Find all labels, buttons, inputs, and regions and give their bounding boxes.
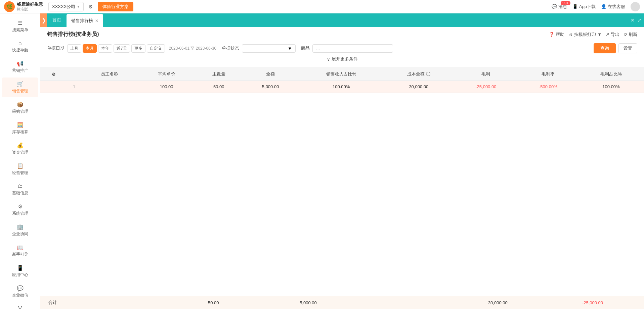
sidebar-item-label: 营销推广 — [12, 68, 28, 73]
member-icon: V — [18, 306, 22, 309]
table-header-row: ⚙ 员工名称 平均单价 主数量 全额 销售收入占比% 成本全额 ⓘ 毛利 毛利率 — [40, 68, 644, 81]
footer-amount: 5,000.00 — [261, 300, 355, 305]
status-filter-label: 单据状态 — [222, 45, 239, 51]
date-filter-item: 单据日期 上月 本月 本月 本年 近7天 更多 自定义 2023-06-01 至… — [47, 44, 216, 53]
settings-icon[interactable]: ⚙ — [86, 2, 95, 11]
online-service-button[interactable]: 👤 在线客服 — [601, 4, 625, 10]
sidebar-item-label: 采购管理 — [12, 109, 28, 114]
tab-expand-icon[interactable]: ⤢ — [637, 17, 641, 23]
sidebar-item-purchase[interactable]: 📦 采购管理 — [2, 98, 38, 118]
message-icon: 💬 — [552, 4, 557, 9]
print-button[interactable]: 🖨 按模板打印 ▼ — [568, 32, 602, 38]
tab-close-all-icon[interactable]: ✕ — [631, 17, 635, 23]
data-table: ⚙ 员工名称 平均单价 主数量 全额 销售收入占比% 成本全额 ⓘ 毛利 毛利率 — [40, 68, 644, 93]
date-range-display: 2023-06-01 至 2023-06-30 — [169, 46, 216, 51]
sidebar-item-inventory[interactable]: 🧮 库存核算 — [2, 118, 38, 138]
sidebar-item-finance[interactable]: 💰 资金管理 — [2, 139, 38, 159]
page-title: 销售排行榜(按业务员) — [47, 31, 99, 38]
col-amount-header: 全额 — [243, 68, 299, 81]
print-icon: 🖨 — [568, 32, 573, 37]
col-gross-rate-header: 毛利率 — [518, 68, 578, 81]
enterprise-icon: 🏢 — [17, 224, 24, 230]
sidebar-item-label: 企业微信 — [12, 293, 28, 298]
app-wrapper: 🌿 畅康通好生意 标准版 XXXXX公司 ▼ ⚙ 体验行业方案 💬 消息 99+… — [0, 0, 644, 309]
sidebar-item-marketing[interactable]: 📢 营销推广 — [2, 57, 38, 77]
page-content: 销售排行榜(按业务员) ❓ 帮助 🖨 按模板打印 ▼ ↗ — [40, 27, 644, 309]
tab-close-icon[interactable]: ✕ — [95, 18, 98, 23]
expand-icon: ∨ — [327, 57, 330, 62]
sidebar-item-search[interactable]: ☰ 搜索菜单 — [2, 16, 38, 36]
footer-gross: -25,000.00 — [545, 300, 640, 305]
table-container: ⚙ 员工名称 平均单价 主数量 全额 销售收入占比% 成本全额 ⓘ 毛利 毛利率 — [40, 68, 644, 296]
sidebar-item-label: 企业协同 — [12, 231, 28, 237]
table-row: 1 100.00 50.00 5,000.00 100.00% 30,000.0… — [40, 81, 644, 93]
status-select[interactable]: ▼ — [242, 44, 296, 53]
sidebar-item-label: 搜索菜单 — [12, 27, 28, 33]
tab-home[interactable]: 首页 — [47, 13, 67, 27]
expand-more-button[interactable]: ∨ 展开更多条件 — [327, 55, 358, 63]
home-icon: ⌂ — [18, 40, 22, 46]
goods-filter-label: 商品 — [301, 45, 310, 51]
tab-sales-ranking[interactable]: 销售排行榜 ✕ — [67, 14, 103, 28]
basic-icon: 🗂 — [17, 183, 23, 189]
sidebar-item-basic[interactable]: 🗂 基础信息 — [2, 180, 38, 199]
table-settings-button[interactable]: 设置 — [618, 43, 637, 53]
dropdown-arrow-icon: ▼ — [77, 5, 80, 8]
date-btn-custom[interactable]: 自定义 — [147, 44, 165, 53]
service-label: 在线客服 — [608, 4, 625, 10]
sidebar-item-member[interactable]: V 畅会员 — [2, 302, 38, 309]
app-download-button[interactable]: 📱 App下载 — [572, 4, 596, 10]
date-btn-active[interactable]: 本月 — [83, 44, 97, 53]
help-button[interactable]: ❓ 帮助 — [549, 32, 564, 38]
sidebar-item-enterprise[interactable]: 🏢 企业协同 — [2, 220, 38, 240]
date-filter-label: 单据日期 — [47, 45, 65, 51]
tab-label: 销售排行榜 — [71, 18, 93, 24]
export-button[interactable]: ↗ 导出 — [606, 32, 619, 38]
cell-sales-pct: 100.00% — [299, 81, 384, 93]
refresh-label: 刷新 — [629, 32, 637, 38]
logo-text: 畅康通好生意 标准版 — [17, 2, 43, 11]
footer-empty2 — [356, 300, 450, 305]
logo-title: 畅康通好生意 — [17, 2, 43, 7]
sidebar-item-quick-nav[interactable]: ⌂ 快捷导航 — [2, 37, 38, 56]
sidebar-item-apps[interactable]: 📱 应用中心 — [2, 261, 38, 281]
date-btn-7days[interactable]: 近7天 — [114, 44, 130, 53]
sidebar-item-label: 快捷导航 — [12, 47, 28, 53]
sidebar-item-system[interactable]: ⚙ 系统管理 — [2, 200, 38, 220]
status-dropdown-icon: ▼ — [288, 46, 292, 51]
filter-row: 单据日期 上月 本月 本月 本年 近7天 更多 自定义 2023-06-01 至… — [47, 43, 637, 53]
sales-icon: 🛒 — [17, 81, 24, 87]
company-selector[interactable]: XXXXX公司 ▼ — [48, 2, 84, 11]
sidebar-item-label: 销售管理 — [12, 88, 28, 94]
refresh-button[interactable]: ↺ 刷新 — [624, 32, 637, 38]
sidebar-item-operation[interactable]: 📋 经营管理 — [2, 159, 38, 179]
col-qty-header: 主数量 — [195, 68, 243, 81]
header-actions: ❓ 帮助 🖨 按模板打印 ▼ ↗ 导出 ↺ — [549, 32, 637, 38]
cell-amount: 5,000.00 — [243, 81, 299, 93]
date-btn-this-year[interactable]: 本年 — [98, 44, 112, 53]
system-icon: ⚙ — [18, 203, 23, 210]
page-header: 销售排行榜(按业务员) ❓ 帮助 🖨 按模板打印 ▼ ↗ — [40, 27, 644, 41]
inventory-icon: 🧮 — [17, 122, 24, 128]
top-bar: 🌿 畅康通好生意 标准版 XXXXX公司 ▼ ⚙ 体验行业方案 💬 消息 99+… — [0, 0, 644, 13]
col-settings-header[interactable]: ⚙ — [40, 68, 68, 81]
sidebar-item-label: 系统管理 — [12, 211, 28, 216]
date-btn-more[interactable]: 更多 — [131, 44, 145, 53]
service-icon: 👤 — [601, 4, 606, 9]
wechat-icon: 💬 — [17, 285, 24, 292]
sidebar-item-guide[interactable]: 📖 新手引导 — [2, 241, 38, 261]
avatar[interactable] — [631, 2, 640, 11]
goods-select[interactable]: ... — [312, 44, 393, 53]
try-industry-button[interactable]: 体验行业方案 — [98, 2, 133, 11]
query-button[interactable]: 查询 — [594, 43, 616, 53]
sidebar-item-sales[interactable]: 🛒 销售管理 — [2, 78, 38, 97]
date-btn-last-month[interactable]: 上月 — [67, 44, 81, 53]
message-button[interactable]: 💬 消息 99+ — [552, 4, 567, 10]
cell-avg-price: 100.00 — [138, 81, 195, 93]
col-name-header: 员工名称 — [81, 68, 138, 81]
help-label: 帮助 — [556, 32, 564, 38]
sidebar-item-wechat[interactable]: 💬 企业微信 — [2, 282, 38, 302]
cell-gross-pct: 100.00% — [578, 81, 644, 93]
content-area: ❯ 首页 销售排行榜 ✕ ✕ ⤢ 销售排行榜(按业务员) — [40, 13, 644, 309]
collapse-arrow-button[interactable]: ❯ — [40, 13, 47, 29]
